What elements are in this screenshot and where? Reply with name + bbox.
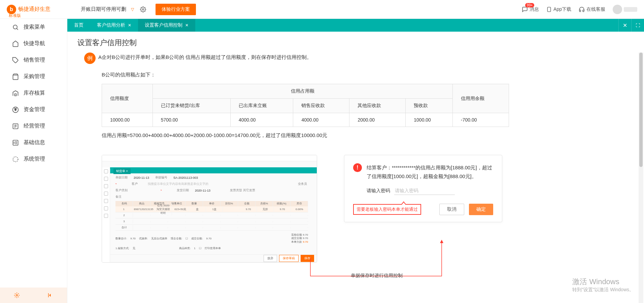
content-scroll[interactable]: 例 A企对B公司进行开单时，如果B公司的 信用占用额超过了信用额度，则在保存时进…: [67, 53, 638, 303]
account-dropdown[interactable]: 开账日期可停用可删 ▽: [81, 5, 147, 14]
annotation-caption: 单据保存时进行信用控制: [351, 273, 403, 279]
report-icon: [12, 123, 19, 130]
user-menu[interactable]: [613, 5, 637, 14]
avatar: [613, 5, 622, 14]
gear-icon[interactable]: [139, 5, 147, 14]
td-limit: 10000.00: [102, 113, 153, 127]
mock-save-draft: 保存草稿: [279, 255, 299, 262]
svg-line-4: [17, 28, 18, 30]
table-row: 10000.00 5700.00 4000.00 4000.00 2000.00…: [102, 113, 509, 127]
mobile-icon: [546, 7, 552, 12]
sidebar-item-sales[interactable]: 销售管理: [0, 52, 67, 68]
th-sub: 其他应收款: [349, 99, 406, 113]
warehouse-icon: [12, 90, 19, 97]
sidebar: 搜索菜单 快捷导航 销售管理 采购管理 库存核算 ¥资金管理 经营管理 基础信息…: [0, 19, 67, 303]
tab-credit-analysis[interactable]: 客户信用分析✕: [90, 19, 138, 32]
close-icon[interactable]: ✕: [185, 23, 189, 28]
close-all-tabs[interactable]: ✕: [618, 19, 631, 32]
tab-label: 首页: [74, 22, 83, 28]
svg-text:¥: ¥: [14, 108, 16, 111]
money-icon: ¥: [12, 106, 19, 113]
th-sub: 已订货未销货/出库: [152, 99, 230, 113]
headset-icon: [579, 6, 585, 12]
password-label: 请输入密码: [367, 188, 390, 194]
header-right: 99+ 消息 App下载 在线客服: [522, 5, 637, 14]
th-limit: 信用额度: [102, 84, 153, 113]
experience-button[interactable]: 体验行业方案: [156, 4, 196, 15]
sidebar-item-purchase[interactable]: 采购管理: [0, 68, 67, 85]
sidebar-item-funds[interactable]: ¥资金管理: [0, 101, 67, 118]
svg-rect-6: [15, 94, 16, 96]
svg-rect-20: [48, 293, 49, 297]
tab-label: 客户信用分析: [97, 22, 125, 28]
tab-home[interactable]: 首页: [67, 19, 90, 32]
th-sub: 预收款: [406, 99, 453, 113]
th-sub: 已出库未立账: [230, 99, 293, 113]
svg-rect-1: [547, 7, 550, 11]
sidebar-label: 销售管理: [24, 57, 45, 64]
th-balance: 信用用余额: [453, 84, 509, 113]
example-badge: 例: [84, 53, 96, 64]
online-service-button[interactable]: 在线客服: [579, 6, 605, 12]
example-text: A企对B公司进行开单时，如果B公司的 信用占用额超过了信用额度，则在保存时进行信…: [98, 53, 312, 62]
svg-point-19: [16, 295, 18, 296]
th-sub: 销售应收款: [293, 99, 349, 113]
top-header: b 畅捷通好生意 标准版 开账日期可停用可删 ▽ 体验行业方案 99+ 消息 A…: [0, 0, 644, 19]
td-used: 2000.00: [349, 113, 406, 127]
dialog-message: 结算客户：************的信用占用额为[1888.00元]，超过了信用…: [367, 163, 493, 180]
messages-button[interactable]: 99+ 消息: [522, 6, 539, 12]
sidebar-item-system[interactable]: 系统管理: [0, 151, 67, 167]
fullscreen-button[interactable]: [631, 19, 644, 32]
mock-discard: 放弃: [264, 255, 277, 262]
online-service-label: 在线客服: [586, 6, 605, 12]
brand-name: 畅捷通好生意: [18, 6, 50, 13]
tab-credit-control[interactable]: 设置客户信用控制✕: [138, 19, 195, 32]
app-download-button[interactable]: App下载: [546, 6, 571, 12]
username-placeholder: [624, 7, 637, 12]
dropdown-label: 开账日期可停用可删: [81, 6, 126, 12]
td-used: 5700.00: [152, 113, 230, 127]
svg-point-3: [13, 25, 17, 29]
messages-badge: 99+: [525, 3, 534, 7]
td-balance: -700.00: [453, 113, 509, 127]
td-used: 1000.00: [406, 113, 453, 127]
main-content: 设置客户信用控制 例 A企对B公司进行开单时，如果B公司的 信用占用额超过了信用…: [67, 32, 644, 303]
warning-icon: !: [353, 163, 362, 172]
system-icon: [12, 156, 19, 163]
cart-icon: [12, 73, 19, 80]
collapse-icon[interactable]: [47, 292, 53, 298]
td-used: 4000.00: [293, 113, 349, 127]
sidebar-item-search[interactable]: 搜索菜单: [0, 19, 67, 35]
dialog-note: 需要老板输入密码本单才能通过: [353, 204, 421, 215]
sidebar-label: 搜索菜单: [24, 24, 45, 31]
svg-point-18: [13, 157, 18, 162]
sidebar-label: 采购管理: [24, 73, 45, 80]
sidebar-item-business[interactable]: 经营管理: [0, 118, 67, 134]
sidebar-label: 资金管理: [24, 106, 45, 113]
sidebar-label: 库存核算: [24, 90, 45, 97]
home-icon: [12, 40, 19, 47]
mock-table-head: 条码商品规格型号销售单位数量单价折扣%金额含税%税额(%)库存: [115, 201, 308, 206]
th-used: 信用占用额: [152, 84, 452, 99]
search-icon: [12, 24, 19, 31]
scrollbar-thumb[interactable]: [639, 53, 643, 167]
settings-icon[interactable]: [14, 292, 20, 298]
close-icon[interactable]: ✕: [128, 23, 131, 28]
tag-icon: [12, 57, 19, 64]
confirm-button[interactable]: 确定: [469, 204, 493, 215]
sidebar-item-baseinfo[interactable]: 基础信息: [0, 134, 67, 151]
illustration-row: 首页销货单 × 单据日期2020-11-13单据编号SA-20201113-00…: [102, 155, 621, 263]
sidebar-item-quicknav[interactable]: 快捷导航: [0, 35, 67, 52]
sidebar-label: 快捷导航: [24, 40, 45, 47]
cancel-button[interactable]: 取消: [439, 204, 464, 215]
calc-text: 信用占用额=5700.00+4000.00+4000.00+2000.00-10…: [102, 132, 621, 139]
td-used: 4000.00: [230, 113, 293, 127]
sidebar-item-inventory[interactable]: 库存核算: [0, 85, 67, 101]
brand-edition: 标准版: [9, 13, 21, 19]
password-input[interactable]: [394, 187, 455, 195]
info-icon: [12, 139, 19, 146]
credit-table: 信用额度 信用占用额 信用用余额 已订货未销货/出库 已出库未立账 销售应收款 …: [102, 84, 509, 127]
mock-screenshot: 首页销货单 × 单据日期2020-11-13单据编号SA-20201113-00…: [102, 155, 317, 263]
mock-save: 保存: [301, 255, 314, 262]
scrollbar[interactable]: [639, 53, 643, 303]
